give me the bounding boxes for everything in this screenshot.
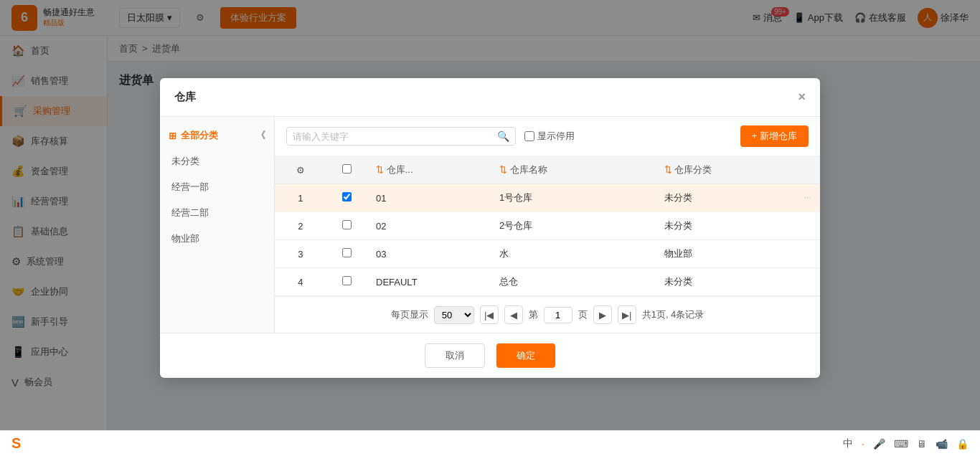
row-actions[interactable]: ··· [804, 191, 811, 202]
col-header-checkbox [326, 156, 367, 184]
search-input-wrap[interactable]: 🔍 [286, 127, 516, 146]
row-no: 2 [275, 212, 326, 240]
row-no: 1 [275, 184, 326, 212]
col-header-settings: ⚙ [275, 156, 326, 184]
row-checkbox-cell[interactable] [326, 240, 367, 268]
col-cat-label: 仓库分类 [674, 164, 712, 175]
row-checkbox-cell[interactable] [326, 268, 367, 296]
sort-icon: ⇅ [376, 164, 384, 175]
show-disabled-label[interactable]: 显示停用 [524, 130, 575, 143]
all-categories-label: 全部分类 [181, 129, 218, 142]
table-row[interactable]: 2 02 2号仓库 未分类 [275, 212, 820, 240]
dialog-footer: 取消 确定 [160, 333, 820, 378]
row-name: 总仓 [491, 268, 655, 296]
dialog-title: 仓库 [174, 90, 196, 104]
warehouse-table: ⚙ ⇅ 仓库... ⇅ [275, 156, 820, 296]
row-category: 未分类 [656, 212, 820, 240]
row-category: 未分类··· [656, 184, 820, 212]
cancel-button[interactable]: 取消 [425, 343, 485, 368]
bottom-monitor-icon: 🖥 [917, 438, 927, 450]
table-row[interactable]: 4 DEFAULT 总仓 未分类 [275, 268, 820, 296]
row-code: DEFAULT [367, 268, 491, 296]
table-row[interactable]: 3 03 水 物业部 [275, 240, 820, 268]
bottom-dot-icon: · [862, 438, 864, 450]
row-name: 2号仓库 [491, 212, 655, 240]
modal-overlay: 仓库 × ⊞ 全部分类 《 未分类 经营一部 经营二部 物业部 [0, 0, 980, 456]
dialog-pagination: 每页显示 50 100 |◀ ◀ 第 页 ▶ ▶| 共1页, 4条记录 [275, 296, 820, 333]
category-unclassified[interactable]: 未分类 [160, 148, 274, 174]
confirm-button[interactable]: 确定 [496, 343, 555, 368]
show-disabled-checkbox[interactable] [524, 131, 534, 141]
category-property[interactable]: 物业部 [160, 226, 274, 252]
row-category: 物业部 [656, 240, 820, 268]
category-operations-1[interactable]: 经营一部 [160, 174, 274, 200]
row-checkbox[interactable] [342, 248, 352, 257]
total-info: 共1页, 4条记录 [642, 308, 705, 321]
next-page-button[interactable]: ▶ [593, 305, 612, 324]
row-name: 水 [491, 240, 655, 268]
first-page-button[interactable]: |◀ [480, 305, 499, 324]
col-header-category: ⇅ 仓库分类 [656, 156, 820, 184]
settings-icon: ⚙ [296, 165, 305, 176]
col-header-code: ⇅ 仓库... [367, 156, 491, 184]
show-disabled-text: 显示停用 [537, 130, 575, 143]
warehouse-dialog: 仓库 × ⊞ 全部分类 《 未分类 经营一部 经营二部 物业部 [160, 78, 820, 378]
all-categories-item[interactable]: ⊞ 全部分类 《 [160, 123, 274, 148]
bottom-s-logo: S [11, 435, 21, 452]
dialog-toolbar: 🔍 显示停用 + 新增仓库 [275, 117, 820, 156]
category-sidebar: ⊞ 全部分类 《 未分类 经营一部 经营二部 物业部 [160, 117, 275, 333]
col-cat-sort-icon: ⇅ [664, 164, 672, 175]
row-checkbox-cell[interactable] [326, 212, 367, 240]
row-no: 3 [275, 240, 326, 268]
per-page-label: 每页显示 [391, 308, 428, 321]
table-row[interactable]: 1 01 1号仓库 未分类··· [275, 184, 820, 212]
page-label-prefix: 第 [529, 308, 538, 321]
dialog-main: 🔍 显示停用 + 新增仓库 ⚙ [275, 117, 820, 333]
grid-icon: ⊞ [169, 130, 176, 141]
col-name-label: 仓库名称 [510, 164, 547, 175]
page-label-suffix: 页 [578, 308, 588, 321]
row-checkbox-cell[interactable] [326, 184, 367, 212]
per-page-select[interactable]: 50 100 [434, 306, 474, 324]
row-checkbox[interactable] [342, 192, 352, 201]
bottom-zh-icon: 中 [843, 437, 853, 450]
table-header-row: ⚙ ⇅ 仓库... ⇅ [275, 156, 820, 184]
search-input[interactable] [293, 131, 497, 142]
last-page-button[interactable]: ▶| [618, 305, 636, 324]
select-all-checkbox[interactable] [342, 164, 352, 174]
bottom-mic-icon: 🎤 [873, 438, 885, 450]
category-operations-2[interactable]: 经营二部 [160, 200, 274, 226]
col-header-name: ⇅ 仓库名称 [491, 156, 655, 184]
row-checkbox[interactable] [342, 276, 352, 285]
bottom-bar: S 中 · 🎤 ⌨ 🖥 📹 🔒 [0, 430, 980, 456]
page-number-input[interactable] [544, 307, 573, 323]
col-code-label: 仓库... [387, 164, 413, 175]
row-code: 03 [367, 240, 491, 268]
row-code: 02 [367, 212, 491, 240]
row-no: 4 [275, 268, 326, 296]
row-name: 1号仓库 [491, 184, 655, 212]
dialog-close-button[interactable]: × [798, 90, 806, 105]
collapse-icon[interactable]: 《 [256, 129, 265, 142]
dialog-body: ⊞ 全部分类 《 未分类 经营一部 经营二部 物业部 🔍 [160, 117, 820, 333]
row-code: 01 [367, 184, 491, 212]
search-icon: 🔍 [497, 130, 509, 142]
col-name-sort-icon: ⇅ [499, 164, 507, 175]
bottom-lock-icon: 🔒 [956, 438, 969, 450]
bottom-keyboard-icon: ⌨ [894, 438, 908, 450]
table-body: 1 01 1号仓库 未分类··· 2 02 2号仓库 未分类 3 03 水 物业… [275, 184, 820, 296]
add-warehouse-button[interactable]: + 新增仓库 [740, 125, 809, 147]
row-category: 未分类 [656, 268, 820, 296]
prev-page-button[interactable]: ◀ [504, 305, 523, 324]
bottom-logo: S [11, 435, 21, 452]
dialog-header: 仓库 × [160, 78, 820, 117]
row-checkbox[interactable] [342, 220, 352, 229]
bottom-camera-icon: 📹 [936, 438, 948, 450]
